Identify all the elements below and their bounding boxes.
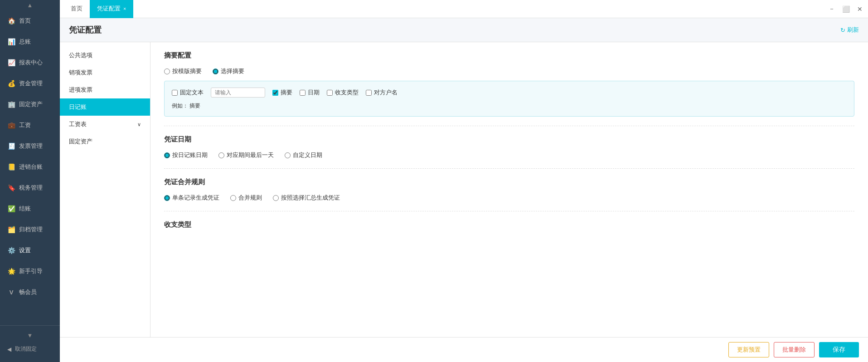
vip-icon: V: [7, 288, 15, 296]
radio-single-record-input[interactable]: [164, 195, 170, 201]
sidebar-item-checkout[interactable]: ✅ 结账: [0, 198, 60, 219]
date-checkbox[interactable]: [300, 90, 305, 96]
bottom-action-bar: 更新预置 批量删除 保存: [60, 337, 868, 362]
sidebar-item-settings[interactable]: ⚙️ 设置: [0, 240, 60, 261]
archive-icon: 🗂️: [7, 225, 15, 234]
income-type-checkbox[interactable]: [327, 90, 333, 96]
radio-by-journal-date-input[interactable]: [164, 152, 170, 158]
save-button[interactable]: 保存: [819, 342, 859, 357]
refresh-button[interactable]: ↻ 刷新: [840, 26, 859, 34]
radio-single-record[interactable]: 单条记录生成凭证: [164, 194, 219, 202]
right-content: 摘要配置 按模版摘要 选择摘要: [150, 42, 868, 337]
chevron-down-icon: ∨: [137, 122, 141, 127]
section-summary-config: 摘要配置 按模版摘要 选择摘要: [164, 51, 854, 126]
page-title: 凭证配置: [69, 24, 102, 35]
tab-home[interactable]: 首页: [63, 0, 90, 18]
sidebar-bottom: ▼ ◀ 取消固定: [0, 325, 60, 362]
salary-icon: 💼: [7, 121, 15, 129]
checkbox-summary[interactable]: 摘要: [272, 88, 292, 97]
summary-checkbox[interactable]: [272, 90, 278, 96]
reports-icon: 📈: [7, 59, 15, 67]
sidebar-item-vip[interactable]: V 畅会员: [0, 282, 60, 303]
fixed-text-checkbox[interactable]: [172, 90, 178, 96]
checkbox-fixed-text[interactable]: 固定文本: [172, 88, 204, 97]
section-voucher-date: 凭证日期 按日记账日期 对应期间最后一天 自定义日期: [164, 135, 854, 169]
nav-item-fixed-assets[interactable]: 固定资产: [60, 133, 150, 150]
sidebar-scroll-up[interactable]: ▲: [0, 0, 60, 10]
radio-template-summary[interactable]: 按模版摘要: [164, 67, 202, 75]
radio-custom-date-input[interactable]: [285, 152, 291, 158]
checkbox-income-type[interactable]: 收支类型: [327, 88, 359, 97]
radio-template-summary-input[interactable]: [164, 68, 170, 74]
batch-delete-button[interactable]: 批量删除: [774, 342, 815, 357]
sidebar-item-assets[interactable]: 🏢 固定资产: [0, 94, 60, 115]
nav-item-sales-invoice[interactable]: 销项发票: [60, 64, 150, 81]
summary-radio-group: 按模版摘要 选择摘要: [164, 67, 854, 75]
tab-voucher-config[interactable]: 凭证配置 ×: [90, 0, 133, 18]
maximize-button[interactable]: ⬜: [840, 5, 852, 14]
radio-last-day-period[interactable]: 对应期间最后一天: [218, 151, 274, 159]
radio-aggregate-generate-input[interactable]: [273, 195, 279, 201]
left-nav: 公共选项 销项发票 进项发票 日记账 工资表 ∨ 固定资产: [60, 42, 150, 337]
sidebar-item-home[interactable]: 🏠 首页: [0, 10, 60, 31]
sidebar-item-guide[interactable]: 🌟 新手引导: [0, 261, 60, 282]
tab-bar: 首页 凭证配置 × － ⬜ ✕: [60, 0, 868, 18]
section-income-type: 收支类型: [164, 220, 854, 245]
sidebar-item-salary[interactable]: 💼 工资: [0, 115, 60, 136]
page-header: 凭证配置 ↻ 刷新: [60, 18, 868, 42]
radio-aggregate-generate[interactable]: 按照选择汇总生成凭证: [273, 194, 340, 202]
assets-icon: 🏢: [7, 100, 15, 108]
summary-config-title: 摘要配置: [164, 51, 854, 60]
summary-checkboxes-row: 固定文本 摘要 日期: [172, 88, 847, 98]
content-area: 凭证配置 ↻ 刷新 公共选项 销项发票 进项发票 日记账: [60, 18, 868, 362]
nav-item-public[interactable]: 公共选项: [60, 47, 150, 64]
tab-close-button[interactable]: ×: [123, 6, 126, 11]
trading-icon: 📒: [7, 163, 15, 171]
checkbox-date[interactable]: 日期: [300, 88, 320, 97]
nav-item-purchase-invoice[interactable]: 进项发票: [60, 81, 150, 98]
merge-rule-title: 凭证合并规则: [164, 178, 854, 186]
sidebar-scroll-down[interactable]: ▼: [0, 330, 60, 341]
radio-merge-rule[interactable]: 合并规则: [230, 194, 262, 202]
tax-icon: 🔖: [7, 184, 15, 192]
voucher-date-title: 凭证日期: [164, 135, 854, 144]
close-button[interactable]: ✕: [855, 5, 864, 14]
home-icon: 🏠: [7, 17, 15, 25]
sidebar-item-ledger[interactable]: 📊 总账: [0, 31, 60, 52]
sidebar-item-archive[interactable]: 🗂️ 归档管理: [0, 219, 60, 240]
ledger-icon: 📊: [7, 38, 15, 46]
radio-merge-rule-input[interactable]: [230, 195, 236, 201]
sidebar-item-fund[interactable]: 💰 资金管理: [0, 73, 60, 94]
radio-custom-date[interactable]: 自定义日期: [285, 151, 322, 159]
sidebar-item-invoice[interactable]: 🧾 发票管理: [0, 136, 60, 157]
income-type-title: 收支类型: [164, 220, 854, 229]
radio-by-journal-date[interactable]: 按日记账日期: [164, 151, 208, 159]
sidebar-item-reports[interactable]: 📈 报表中心: [0, 52, 60, 73]
guide-icon: 🌟: [7, 267, 15, 275]
refresh-icon: ↻: [840, 27, 845, 34]
update-preview-button[interactable]: 更新预置: [728, 342, 769, 357]
nav-item-payroll[interactable]: 工资表 ∨: [60, 116, 150, 133]
pin-icon: ◀: [7, 346, 11, 352]
fixed-text-input[interactable]: [211, 88, 265, 98]
unpin-button[interactable]: ◀ 取消固定: [0, 341, 60, 357]
sidebar: ▲ 🏠 首页 📊 总账 📈 报表中心 💰 资金管理 🏢 固定资产 💼 工资 🧾 …: [0, 0, 60, 362]
nav-item-journal[interactable]: 日记账: [60, 98, 150, 116]
main-area: 首页 凭证配置 × － ⬜ ✕ 凭证配置 ↻ 刷新 公共选项: [60, 0, 868, 362]
sidebar-item-trading[interactable]: 📒 进销台账: [0, 157, 60, 177]
merge-rule-radio-group: 单条记录生成凭证 合并规则 按照选择汇总生成凭证: [164, 194, 854, 202]
window-controls: － ⬜ ✕: [827, 4, 864, 14]
minimize-button[interactable]: －: [827, 4, 837, 14]
radio-last-day-period-input[interactable]: [218, 152, 224, 158]
checkbox-counterpart[interactable]: 对方户名: [366, 88, 398, 97]
settings-icon: ⚙️: [7, 246, 15, 254]
summary-config-box: 固定文本 摘要 日期: [164, 81, 854, 117]
sidebar-item-tax[interactable]: 🔖 税务管理: [0, 177, 60, 198]
radio-select-summary-input[interactable]: [213, 68, 218, 74]
body-split: 公共选项 销项发票 进项发票 日记账 工资表 ∨ 固定资产: [60, 42, 868, 337]
radio-select-summary[interactable]: 选择摘要: [213, 67, 244, 75]
invoice-icon: 🧾: [7, 142, 15, 150]
example-value: 摘要: [189, 103, 200, 109]
fund-icon: 💰: [7, 79, 15, 88]
counterpart-checkbox[interactable]: [366, 90, 372, 96]
